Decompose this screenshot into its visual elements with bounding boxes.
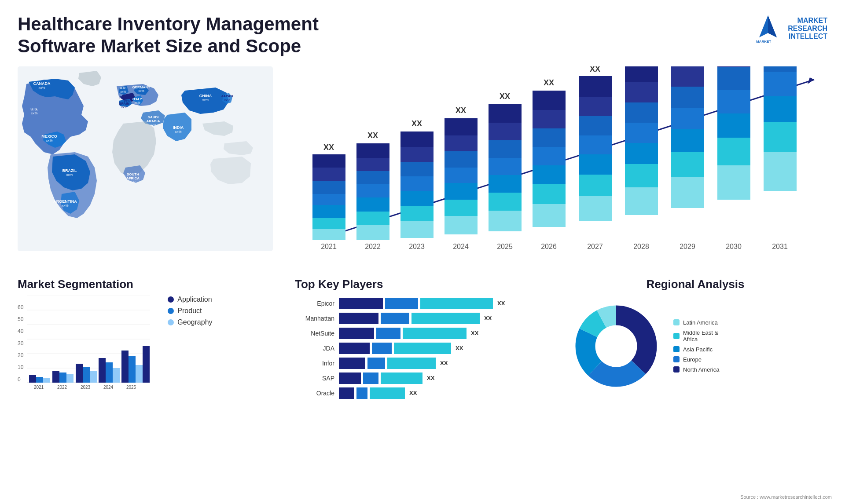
svg-text:ARABIA: ARABIA xyxy=(146,119,160,123)
player-value-oracle: XX xyxy=(409,390,417,396)
svg-rect-70 xyxy=(445,168,478,183)
svg-rect-123 xyxy=(717,113,750,138)
svg-rect-95 xyxy=(579,175,612,196)
player-value-sap: XX xyxy=(427,375,434,381)
player-bars-manhattan: XX xyxy=(339,313,492,324)
svg-text:2024: 2024 xyxy=(103,385,114,390)
regional-legend: Latin America Middle East &Africa Asia P… xyxy=(673,319,719,373)
svg-text:XX: XX xyxy=(775,66,785,68)
svg-rect-80 xyxy=(489,140,522,158)
player-row-jda: JDA XX xyxy=(295,343,550,354)
svg-text:U.K.: U.K. xyxy=(120,86,127,90)
svg-text:2024: 2024 xyxy=(453,243,469,250)
player-row-netsuite: NetSuite XX xyxy=(295,328,550,339)
player-name-oracle: Oracle xyxy=(295,390,334,397)
svg-rect-107 xyxy=(625,102,658,123)
svg-point-172 xyxy=(595,325,637,367)
svg-text:2022: 2022 xyxy=(57,385,67,390)
legend-text-europe: Europe xyxy=(683,356,702,363)
legend-text-apac: Asia Pacific xyxy=(683,346,713,353)
player-bars-sap: XX xyxy=(339,373,434,384)
player-bar-seg3 xyxy=(403,328,467,339)
svg-text:2025: 2025 xyxy=(126,385,136,390)
svg-text:xx%: xx% xyxy=(202,98,209,102)
svg-text:2023: 2023 xyxy=(409,243,425,250)
svg-rect-72 xyxy=(445,135,478,151)
logo-intellect: INTELLECT xyxy=(788,33,827,40)
svg-text:2025: 2025 xyxy=(497,243,513,250)
player-bars-epicor: XX xyxy=(339,298,505,309)
header: Healthcare Inventory Management Software… xyxy=(0,0,845,62)
svg-text:CANADA: CANADA xyxy=(33,81,51,86)
legend-color-na xyxy=(673,366,680,373)
svg-text:INDIA: INDIA xyxy=(173,125,184,130)
logo-market: MARKET xyxy=(788,17,827,25)
svg-rect-41 xyxy=(312,218,345,229)
regional-donut-chart xyxy=(568,298,665,394)
svg-rect-146 xyxy=(29,375,36,383)
player-bar-seg2 xyxy=(367,358,385,369)
legend-text-na: North America xyxy=(683,366,719,373)
svg-rect-112 xyxy=(671,177,704,208)
svg-rect-116 xyxy=(671,87,704,108)
svg-rect-61 xyxy=(400,176,434,191)
svg-text:2023: 2023 xyxy=(81,385,91,390)
svg-rect-90 xyxy=(533,110,566,128)
player-bar-seg3 xyxy=(387,358,436,369)
legend-label-geography: Geography xyxy=(177,318,212,326)
svg-rect-59 xyxy=(400,206,434,221)
svg-rect-98 xyxy=(579,116,612,135)
bottom-right: Top Key Players Epicor XX Manhattan xyxy=(282,273,836,407)
legend-text-mea: Middle East &Africa xyxy=(683,329,718,343)
map-container: CANADA xx% U.S. xx% MEXICO xx% BRAZIL xx… xyxy=(18,66,273,260)
svg-rect-53 xyxy=(356,171,389,184)
svg-rect-67 xyxy=(445,216,478,234)
svg-text:XX: XX xyxy=(728,66,739,68)
player-bar-seg3 xyxy=(370,387,405,399)
svg-text:CHINA: CHINA xyxy=(199,94,212,98)
svg-rect-113 xyxy=(671,152,704,177)
legend-color-europe xyxy=(673,356,680,362)
svg-rect-105 xyxy=(625,143,658,164)
legend-dot-application xyxy=(168,296,174,303)
svg-rect-158 xyxy=(99,358,106,383)
svg-rect-121 xyxy=(717,165,750,200)
players-section: Top Key Players Epicor XX Manhattan xyxy=(286,273,559,407)
svg-text:xx%: xx% xyxy=(31,111,37,115)
svg-rect-122 xyxy=(717,138,750,165)
growth-chart-svg: XX 2021 XX 2022 XX xyxy=(299,66,827,269)
svg-text:xx%: xx% xyxy=(62,204,68,208)
player-bars-jda: XX xyxy=(339,343,463,354)
player-bars-netsuite: XX xyxy=(339,328,478,339)
svg-text:SAUDI: SAUDI xyxy=(148,115,159,119)
player-name-manhattan: Manhattan xyxy=(295,315,334,322)
legend-label-product: Product xyxy=(177,307,202,315)
svg-rect-69 xyxy=(445,183,478,200)
player-value-netsuite: XX xyxy=(471,330,478,336)
player-bar-seg3 xyxy=(420,298,493,309)
svg-rect-89 xyxy=(533,128,566,147)
svg-rect-97 xyxy=(579,135,612,154)
svg-rect-132 xyxy=(764,96,797,122)
player-bar-seg3 xyxy=(394,343,451,354)
svg-rect-43 xyxy=(312,194,345,205)
svg-rect-125 xyxy=(717,67,750,90)
svg-text:xx%: xx% xyxy=(120,90,126,93)
svg-rect-50 xyxy=(356,212,389,225)
svg-rect-62 xyxy=(400,162,434,176)
legend-latin-america: Latin America xyxy=(673,319,719,326)
svg-text:U.S.: U.S. xyxy=(30,107,38,111)
svg-rect-86 xyxy=(533,184,566,204)
svg-rect-151 xyxy=(59,373,66,383)
svg-rect-45 xyxy=(312,168,345,181)
regional-title: Regional Analysis xyxy=(568,278,823,291)
svg-text:XX: XX xyxy=(544,78,554,87)
svg-rect-109 xyxy=(625,66,658,82)
logo-icon: MARKET RESEARCH INTELLECT xyxy=(753,13,783,44)
legend-geography: Geography xyxy=(168,318,212,326)
svg-rect-103 xyxy=(625,187,658,215)
svg-rect-81 xyxy=(489,123,522,140)
player-name-epicor: Epicor xyxy=(295,300,334,307)
svg-rect-82 xyxy=(489,104,522,123)
svg-text:xx%: xx% xyxy=(38,86,45,90)
